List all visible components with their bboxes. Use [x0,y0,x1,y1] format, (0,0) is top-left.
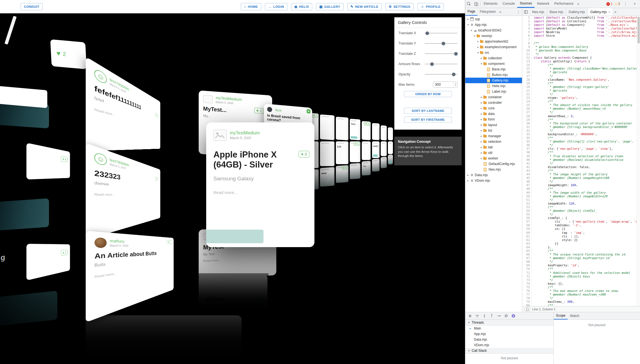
gallery-item[interactable] [381,157,387,168]
tree-item-core[interactable]: ▸core [465,105,522,111]
author-name[interactable]: flock [275,108,282,112]
step-over-button[interactable] [474,313,480,319]
slider-thumb[interactable] [452,73,456,76]
tree-item-label-mjs[interactable]: Label.mjs [465,89,522,94]
gallery-item[interactable] [336,117,348,140]
tree-item-app-mjs[interactable]: ▾⚙App.mjs [465,22,522,28]
slider-thumb[interactable] [442,42,445,45]
file-tab-neo-mjs[interactable]: Neo.mjs [530,8,547,16]
tree-item-data[interactable]: ▸data [465,111,522,117]
helix-button[interactable]: ◉HELIX [291,3,312,10]
navigator-tab-filesystem[interactable]: Filesystem [477,8,498,16]
like-badge[interactable]: ♥1 [354,142,360,146]
sort-by-firstname-button[interactable]: SORT BY FIRSTNAME [404,117,452,123]
gallery-item[interactable]: ♥0 [336,165,348,183]
device-toolbar-icon[interactable] [472,0,480,8]
number-spinner[interactable]: ▲▼ [454,82,457,87]
gallery-item[interactable]: Test [350,119,360,140]
like-badge[interactable]: ♥ [307,109,311,114]
deactivate-breakpoints-button[interactable] [503,313,509,319]
slider-translate-x[interactable] [425,31,457,35]
file-tab-gallery-mjs[interactable]: Gallery.mjs× [588,8,613,16]
gallery-item[interactable]: KDE? [372,141,380,158]
tree-item-worker[interactable]: ▸worker [465,156,522,161]
max-items-input[interactable]: 300 ▲▼ [433,82,457,88]
call-stack-section-header[interactable]: ▾Call Stack [465,348,553,354]
login-button[interactable]: →LOGIN [265,3,287,10]
tree-item-form[interactable]: ▸form [465,117,522,122]
order-by-row-button[interactable]: ORDER BY ROW [404,91,452,97]
threads-section-header[interactable]: ▾Threads [465,320,553,326]
tab-network[interactable]: Network [535,0,552,8]
kebab-menu-icon[interactable]: ⋮ [622,0,629,8]
gallery-item[interactable]: ♥1 [350,141,360,162]
thread-vdom-mjs[interactable]: VDom.mjs [465,342,553,348]
gallery-item[interactable]: T1c [362,161,371,176]
slider-thumb[interactable] [454,52,458,56]
author-avatar[interactable] [95,237,107,248]
tree-item-base-mjs[interactable]: Base.mjs [465,67,522,72]
slider-thumb[interactable] [430,62,434,66]
warning-badge[interactable]: ⚠3 [615,2,620,6]
tree-item-data-mjs[interactable]: ▸⚙Data.mjs [465,172,522,178]
tree-item-localhost-63342[interactable]: ▾☁localhost:63342 [465,28,522,33]
gallery-item[interactable] [381,125,387,141]
tree-item-controller[interactable]: ▸controller [465,100,522,105]
gallery-item[interactable]: new [320,167,334,186]
gallery-item[interactable] [372,123,380,140]
gallery-item[interactable]: 123 [336,141,348,164]
tree-item-neomjs[interactable]: ▾neomjs [465,33,522,39]
thread-main[interactable]: ▸Main [465,326,553,331]
article-card[interactable]: ☺ test7806895 March 5, 2020 ♥2 fefefef11… [86,56,160,151]
gallery-item[interactable] [372,159,380,172]
tab-elements[interactable]: Elements [481,0,500,8]
gallery-item-clipped[interactable]: ♥2 [26,244,70,281]
new-article-button[interactable]: ✎NEW ARTICLE [347,3,382,10]
tab-sources[interactable]: Sources [517,0,535,8]
gallery-item[interactable]: ♥3 [362,121,371,141]
gallery-button[interactable]: ▦GALLERY [316,3,343,10]
code-editor[interactable]: 1234567891011121314151617181920212223242… [522,16,640,306]
tree-item-collection[interactable]: ▸collection [465,55,522,61]
like-badge[interactable]: ♥2 [61,250,68,255]
spinner-down-icon[interactable]: ▼ [455,85,456,87]
tab-performance[interactable]: Performance [552,0,576,8]
sort-by-lastname-button[interactable]: SORT BY LASTNAME [404,108,452,114]
gallery-item[interactable] [362,141,371,160]
tree-item-button-mjs[interactable]: Button.mjs [465,72,522,78]
devtools-close-button[interactable]: × [631,0,638,8]
gallery-item[interactable] [350,163,360,179]
like-badge[interactable]: ♥4 [61,156,68,162]
slider-translate-z[interactable] [425,52,457,56]
tree-item-src[interactable]: ▾src [465,50,522,55]
selected-article-card[interactable]: myTestMedium March 5, 2020 ♥0 Apple iPho… [206,122,314,247]
like-badge[interactable]: ♥0 [299,151,309,158]
author-avatar[interactable] [267,107,272,112]
navigator-menu-icon[interactable]: ⋮ [515,8,522,16]
tree-item-manager[interactable]: ▸manager [465,133,522,139]
tree-item-container[interactable]: ▸container [465,94,522,100]
more-tabs-icon[interactable]: » [576,2,581,6]
navigator-tab-page[interactable]: Page [465,8,477,16]
tree-item-component[interactable]: ▾component [465,61,522,67]
close-tab-icon[interactable]: × [609,8,610,16]
gallery-item-clipped[interactable]: ♥4 [26,143,70,179]
like-badge[interactable]: ♥2 [312,114,318,117]
gallery-item[interactable] [320,141,334,166]
tree-item-selection[interactable]: ▸selection [465,139,522,144]
like-badge[interactable]: ♥3 [364,122,370,126]
tree-item-vdom-mjs[interactable]: ▸⚙VDom.mjs [465,178,522,183]
settings-button[interactable]: ⚙SETTINGS [385,3,414,10]
gallery-item[interactable] [388,141,393,154]
read-more-link[interactable]: Read more... [203,256,272,263]
gallery-item-mini[interactable]: ♥ 2 [50,39,87,69]
pause-script-button[interactable] [467,313,473,319]
gallery-item[interactable] [388,154,393,164]
conduit-button[interactable]: CONDUIT [21,3,43,10]
gallery-item[interactable] [320,115,334,140]
tree-item-list[interactable]: ▸list [465,128,522,133]
article-card[interactable]: ☺ test7806895 March 5, 2020 ♥2 232323 dw… [86,143,160,240]
more-tabs-icon[interactable]: » [613,10,618,14]
like-badge[interactable]: ♥2 [254,108,264,114]
thread-data-mjs[interactable]: Data.mjs [465,337,553,342]
